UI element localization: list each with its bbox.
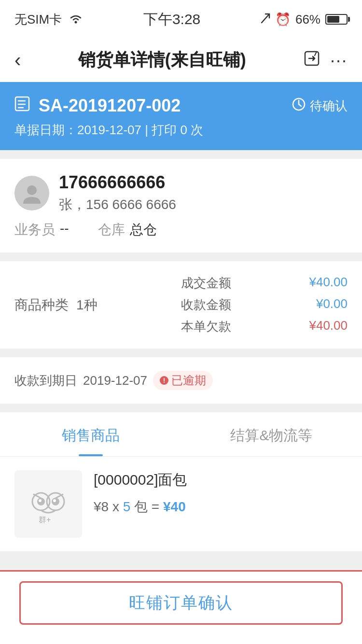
share-icon[interactable] [303,50,320,70]
svg-line-8 [299,104,301,106]
svg-point-15 [53,499,56,502]
warehouse-item: 仓库 总仓 [98,221,157,239]
status-left: 无SIM卡 [14,11,83,28]
due-date-value: 2019-12-07 [83,373,147,388]
product-type: 商品种类 1种 [14,275,181,335]
svg-point-14 [39,499,42,502]
owed-label: 本单欠款 [181,318,231,335]
wifi-icon [69,12,83,27]
svg-point-0 [75,21,77,23]
page-title: 销货单详情(来自旺铺) [21,48,303,72]
multiply-sign: x [112,499,123,514]
product-type-value: 1种 [76,296,97,314]
total-price: ¥40 [163,499,186,514]
equals-sign: = [152,499,163,514]
customer-info: 17666666666 张，156 6666 6666 [59,172,176,214]
warehouse-label: 仓库 [98,221,125,239]
order-icon [14,96,33,116]
tabs-section: 销售商品 结算&物流等 群+ [0000002]面包 [0,412,362,551]
order-date: 单据日期：2019-12-07 | 打印 0 次 [14,122,348,139]
status-right: ⏰ 66% [261,12,348,27]
salesman-label: 业务员 [14,221,55,239]
product-thumbnail: 群+ [14,470,82,538]
received-amount: ¥0.00 [316,296,348,313]
quantity: 5 [123,499,131,514]
received-row: 收款金额 ¥0.00 [181,296,348,313]
owed-row: 本单欠款 ¥40.00 [181,318,348,335]
location-icon [261,12,270,27]
due-date-row: 收款到期日 2019-12-07 ! 已逾期 [14,371,348,390]
order-id-text: SA-20191207-002 [39,96,181,116]
carrier-label: 无SIM卡 [14,11,62,28]
product-item: 群+ [0000002]面包 ¥8 x 5 包 = ¥40 [0,457,362,551]
unit-price: ¥8 [94,499,109,514]
summary-grid: 商品种类 1种 成交金额 ¥40.00 收款金额 ¥0.00 本单欠款 ¥40.… [14,275,348,335]
overdue-label: 已逾期 [171,373,206,388]
nav-bar: ‹ 销货单详情(来自旺铺) ··· [0,39,362,82]
amounts: 成交金额 ¥40.00 收款金额 ¥0.00 本单欠款 ¥40.00 [181,275,348,335]
due-date-label: 收款到期日 [14,372,77,389]
more-icon[interactable]: ··· [330,50,348,70]
received-label: 收款金额 [181,296,231,313]
alarm-icon: ⏰ [275,12,291,27]
customer-row: 17666666666 张，156 6666 6666 [14,172,348,214]
transaction-label: 成交金额 [181,275,231,292]
order-header: SA-20191207-002 待确认 单据日期：2019-12-07 | 打印… [0,82,362,150]
unit: 包 [134,499,148,514]
svg-point-9 [27,185,37,195]
warning-icon: ! [160,376,168,385]
back-button[interactable]: ‹ [14,49,21,71]
transaction-row: 成交金额 ¥40.00 [181,275,348,292]
order-header-top: SA-20191207-002 待确认 [14,96,348,116]
tab-sales-label: 销售商品 [62,427,120,443]
warehouse-value: 总仓 [130,221,157,239]
battery-icon [325,14,348,25]
tabs-header: 销售商品 结算&物流等 [0,412,362,457]
transaction-amount: ¥40.00 [309,275,348,292]
status-time: 下午3:28 [143,10,200,29]
bottom-action-bar: 旺铺订单确认 [0,570,362,644]
order-status-text: 待确认 [310,98,348,114]
customer-name: 张，156 6666 6666 [59,196,176,214]
tab-settlement[interactable]: 结算&物流等 [181,412,362,456]
product-price-formula: ¥8 x 5 包 = ¥40 [94,498,348,516]
customer-section: 17666666666 张，156 6666 6666 业务员 -- 仓库 总仓 [0,159,362,252]
clock-icon [292,97,306,115]
salesman-value: -- [60,221,69,239]
customer-meta: 业务员 -- 仓库 总仓 [14,221,348,239]
owed-amount: ¥40.00 [309,318,348,335]
confirm-order-button[interactable]: 旺铺订单确认 [19,581,343,625]
due-date-section: 收款到期日 2019-12-07 ! 已逾期 [0,357,362,404]
tab-settlement-label: 结算&物流等 [230,427,312,443]
overdue-badge: ! 已逾期 [153,371,213,390]
avatar [14,176,49,210]
status-bar: 无SIM卡 下午3:28 ⏰ 66% [0,0,362,39]
svg-text:群+: 群+ [39,516,51,523]
tab-sales-products[interactable]: 销售商品 [0,412,181,456]
battery-percent: 66% [295,12,320,27]
nav-actions: ··· [303,50,348,70]
product-info: [0000002]面包 ¥8 x 5 包 = ¥40 [94,470,348,538]
order-summary-section: 商品种类 1种 成交金额 ¥40.00 收款金额 ¥0.00 本单欠款 ¥40.… [0,261,362,349]
product-type-label: 商品种类 [14,296,69,314]
salesman-item: 业务员 -- [14,221,69,239]
product-name: [0000002]面包 [94,470,348,490]
order-id: SA-20191207-002 [14,96,181,116]
customer-phone: 17666666666 [59,172,176,193]
order-status: 待确认 [292,97,348,115]
